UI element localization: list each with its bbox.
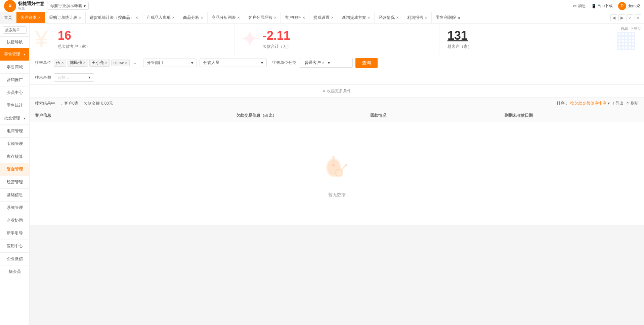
tab-customer-contact[interactable]: 客户联络 ✕	[281, 12, 309, 23]
filter-area: 往来单位 伍 ✕ 陈民强 ✕ 王小亮 ✕ cjttcw	[30, 55, 644, 97]
balance-filter[interactable]: 选择... ▾	[54, 73, 94, 82]
sidebar-item-finance[interactable]: 资金管理	[0, 163, 29, 176]
sidebar-retail-mall-label: 零售商城	[7, 65, 23, 69]
nav-expand-btn[interactable]: ⤢	[627, 14, 633, 21]
dept-dots: ···	[186, 61, 190, 65]
sidebar-item-app-center[interactable]: 应用中心	[0, 240, 29, 253]
dept-label: 分管部门	[147, 60, 163, 66]
person-filter[interactable]: 分管人员 ··· ▾	[200, 59, 267, 67]
tab-operation-close[interactable]: ✕	[396, 16, 399, 20]
filter-tag-0-remove[interactable]: ✕	[61, 61, 64, 65]
filter-more-btn[interactable]: ···	[131, 60, 138, 66]
tab-customer-ledger-close[interactable]: ✕	[38, 16, 41, 20]
filter-tag-1[interactable]: 陈民强 ✕	[68, 59, 88, 67]
nav-next-btn[interactable]: ▶	[618, 14, 625, 21]
tab-goods-analysis[interactable]: 商品分析 ✕	[179, 12, 208, 23]
tab-customer-ledger[interactable]: 客户账本 ✕	[16, 12, 45, 23]
tab-goods-analysis-list[interactable]: 商品分析列表 ✕	[208, 12, 244, 23]
sidebar-item-ecommerce-mgmt[interactable]: 电商管理	[0, 125, 29, 138]
customer-count: 客户0家	[64, 101, 79, 106]
tab-operation[interactable]: 经营情况 ✕	[375, 12, 403, 23]
message-btn[interactable]: ✉ 消息	[573, 3, 586, 9]
user-menu[interactable]: D demo2	[618, 2, 640, 10]
export-btn[interactable]: ↑ 导出	[612, 101, 624, 106]
logo-sub: 标版	[18, 6, 44, 11]
sidebar-enterprise-collab-label: 企业协同	[7, 218, 23, 223]
tab-add-commission-close[interactable]: ✕	[368, 16, 370, 20]
avatar: D	[618, 2, 626, 10]
sidebar-item-vip-member[interactable]: 畅会员	[0, 265, 29, 278]
sort-dropdown-icon: ▾	[608, 101, 610, 106]
category-tag-remove[interactable]: ✕	[322, 61, 325, 65]
tab-inbound-stats-close[interactable]: ✕	[135, 16, 138, 20]
collapse-button[interactable]: ∧ 收起更多条件	[320, 87, 354, 95]
refresh-btn[interactable]: ↻ 刷新	[626, 101, 639, 106]
sidebar-item-member-center[interactable]: 会员中心	[0, 86, 29, 99]
filter-tag-3[interactable]: cjttcw ✕	[111, 60, 130, 66]
tab-customer-layer[interactable]: 客户分层经营 ✕	[244, 12, 281, 23]
tab-profit-report-close[interactable]: ✕	[425, 16, 427, 20]
sidebar-wholesale-mgmt-label: 批发管理	[4, 115, 20, 121]
query-button[interactable]: 查询	[355, 58, 378, 68]
tab-profit-report[interactable]: 利润报告 ✕	[403, 12, 432, 23]
dept-filter[interactable]: 分管部门 ··· ▾	[143, 59, 197, 67]
sidebar-item-wholesale-mgmt[interactable]: 批发管理 ▾	[0, 112, 29, 125]
sidebar-item-inventory[interactable]: 库存核算	[0, 150, 29, 163]
tab-customer-layer-close[interactable]: ✕	[274, 16, 276, 20]
category-label: 往来单位分类	[272, 60, 296, 66]
sidebar-item-purchase-mgmt[interactable]: 采购管理	[0, 138, 29, 150]
filter-tag-0[interactable]: 伍 ✕	[54, 59, 66, 67]
category-filter[interactable]: 普通客户 ✕ ▾	[299, 58, 353, 68]
app-download-btn[interactable]: 📱 App下载	[591, 3, 613, 9]
tab-retail-profit-close[interactable]: ◀	[457, 16, 460, 20]
workspace-selector[interactable]: 母婴行业演示帐套 ▾	[47, 2, 89, 10]
logo-text-area: 畅捷通好生意 标版	[18, 1, 44, 11]
tab-product-instock-close[interactable]: ✕	[172, 16, 175, 20]
tab-purchase-order-close[interactable]: ✕	[79, 16, 81, 20]
tab-retail-profit[interactable]: 零售利润报 ◀	[432, 12, 464, 23]
sidebar-finance-label: 资金管理	[7, 167, 23, 172]
filter-tag-3-remove[interactable]: ✕	[125, 61, 127, 65]
tab-customer-contact-close[interactable]: ✕	[302, 16, 305, 20]
search-input[interactable]	[3, 26, 27, 34]
sidebar-retail-stats-label: 零售统计	[7, 103, 23, 108]
table-container: 客户信息 欠款交易信息（占比） 回款情况 到期未收款日期	[30, 109, 644, 225]
filter-tag-1-remove[interactable]: ✕	[83, 61, 86, 65]
stat-total-debt: ✦ -2.11 欠款合计（万）	[234, 24, 439, 55]
nav-close-all-btn[interactable]: ✕	[635, 14, 641, 21]
filter-tag-2-remove[interactable]: ✕	[105, 61, 108, 65]
result-bar: 搜索结果中， 客户0家 欠款金额 0.00元 排序： 按欠款金额倒序排序 ▾ ↑…	[30, 98, 644, 109]
table-col-customer: 客户信息	[35, 113, 236, 118]
tab-inbound-stats[interactable]: 进货单统计表（按商品） ✕	[86, 12, 142, 23]
tab-commission-setting-close[interactable]: ✕	[331, 16, 334, 20]
empty-text: 暂无数据	[328, 192, 346, 198]
sidebar-item-enterprise-wechat[interactable]: 企业微信	[0, 253, 29, 265]
tab-goods-analysis-list-close[interactable]: ✕	[237, 16, 240, 20]
sidebar-item-retail-mall[interactable]: 零售商城	[0, 61, 29, 74]
tab-purchase-order[interactable]: 采购订单统计表 ✕	[45, 12, 86, 23]
tab-home[interactable]: 首页	[0, 12, 16, 23]
sidebar-item-system-mgmt[interactable]: 系统管理	[0, 202, 29, 214]
sidebar-item-retail-mgmt[interactable]: 零售管理 ▾	[0, 48, 29, 61]
tab-product-instock[interactable]: 产成品入库单 ✕	[142, 12, 179, 23]
nav-controls: ◀ ▶ ⤢ ✕	[608, 14, 644, 21]
filter-tag-2[interactable]: 王小亮 ✕	[89, 59, 110, 67]
sidebar-item-new-guide[interactable]: 新手引导	[0, 227, 29, 240]
sort-select[interactable]: 排序： 按欠款金额倒序排序 ▾	[557, 101, 610, 106]
category-tag[interactable]: 普通客户 ✕	[303, 59, 327, 66]
help-link[interactable]: ? 帮助	[631, 26, 641, 31]
sidebar-item-operations[interactable]: 经营管理	[0, 176, 29, 189]
sidebar-quick-nav[interactable]: 快捷导航	[0, 37, 29, 48]
video-link[interactable]: 视频	[621, 26, 628, 31]
tab-commission-setting[interactable]: 提成设置 ✕	[309, 12, 338, 23]
nav-prev-btn[interactable]: ◀	[610, 14, 617, 21]
tab-goods-analysis-close[interactable]: ✕	[201, 16, 203, 20]
sidebar-item-basic-info[interactable]: 基础信息	[0, 189, 29, 202]
sidebar-ecommerce-mgmt-label: 电商管理	[7, 129, 23, 133]
sidebar-item-marketing[interactable]: 营销推广	[0, 74, 29, 86]
tab-commission-setting-label: 提成设置	[313, 15, 330, 21]
tab-add-commission[interactable]: 新增提成方案 ✕	[338, 12, 375, 23]
sidebar-item-enterprise-collab[interactable]: 企业协同	[0, 214, 29, 227]
sidebar-item-retail-stats[interactable]: 零售统计	[0, 99, 29, 112]
collapse-label: 收起更多条件	[327, 88, 351, 94]
